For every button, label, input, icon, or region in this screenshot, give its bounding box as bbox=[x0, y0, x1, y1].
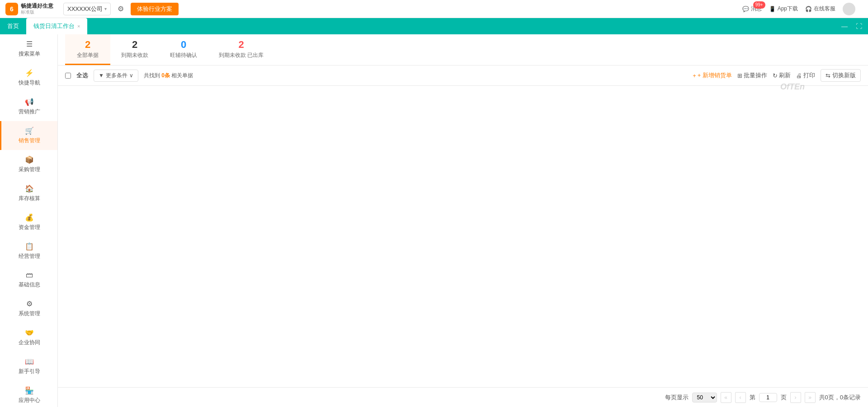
sidebar-item-system[interactable]: ⚙ 系统管理 bbox=[0, 294, 57, 323]
sidebar-finance-label: 资金管理 bbox=[19, 224, 40, 231]
refresh-icon: ↻ bbox=[773, 72, 778, 79]
company-selector[interactable]: XXXXXX公司 ▾ bbox=[63, 3, 111, 15]
stat-label-all: 全部单据 bbox=[77, 51, 99, 59]
print-button[interactable]: 🖨 打印 bbox=[796, 71, 815, 80]
filter-chevron: ∨ bbox=[129, 72, 133, 79]
stat-tab-pending[interactable]: 0 旺辅待确认 bbox=[159, 34, 208, 65]
message-badge: 99+ bbox=[753, 1, 765, 9]
print-icon: 🖨 bbox=[796, 72, 802, 79]
online-service-btn[interactable]: 🎧 在线客服 bbox=[805, 5, 835, 13]
sidebar-sales-label: 销售管理 bbox=[19, 137, 40, 145]
toolbar: 全选 ▼ 更多条件 ∨ 共找到 0条 相关单据 + + 新增销货单 ⊞ 批量操作 bbox=[58, 65, 868, 86]
sidebar-basicinfo-label: 基础信息 bbox=[19, 281, 40, 289]
header-center: XXXXXX公司 ▾ ⚙ 体验行业方案 bbox=[63, 3, 742, 15]
stat-label-pending: 旺辅待确认 bbox=[170, 51, 197, 59]
company-name: XXXXXX公司 bbox=[67, 5, 103, 13]
tab-active[interactable]: 钱货日清工作台 × bbox=[26, 18, 87, 34]
found-text: 共找到 0条 相关单据 bbox=[144, 72, 193, 80]
switch-icon: ⇆ bbox=[826, 72, 830, 79]
sidebar-item-finance[interactable]: 💰 资金管理 bbox=[0, 208, 57, 237]
sidebar-item-basic-info[interactable]: 🗃 基础信息 bbox=[0, 266, 57, 294]
sidebar-item-enterprise[interactable]: 🤝 企业协同 bbox=[0, 323, 57, 352]
add-sale-order-button[interactable]: + + 新增销货单 bbox=[693, 71, 732, 80]
filter-button[interactable]: ▼ 更多条件 ∨ bbox=[94, 70, 138, 82]
page-number-input[interactable] bbox=[759, 393, 777, 402]
tab-close-icon[interactable]: × bbox=[77, 23, 80, 29]
sidebar-apps-label: 应用中心 bbox=[19, 397, 40, 404]
window-maximize-icon[interactable]: ⛶ bbox=[854, 21, 864, 32]
sidebar-item-guide[interactable]: 📖 新手引导 bbox=[0, 352, 57, 381]
settings-icon-btn[interactable]: ⚙ bbox=[114, 3, 127, 15]
sidebar: ☰ 搜索菜单 ⚡ 快捷导航 📢 营销推广 🛒 销售管理 📦 采购管理 🏠 库存核… bbox=[0, 34, 58, 407]
batch-operation-button[interactable]: ⊞ 批量操作 bbox=[737, 71, 767, 80]
toolbar-right: + + 新增销货单 ⊞ 批量操作 ↻ 刷新 🖨 打印 ⇆ 切换新版 bbox=[693, 69, 861, 82]
online-service-label: 在线客服 bbox=[814, 5, 835, 13]
stat-tab-all[interactable]: 2 全部单据 bbox=[65, 34, 110, 65]
finance-icon: 💰 bbox=[25, 213, 34, 222]
message-icon: 💬 bbox=[742, 6, 749, 12]
logo-icon: 6 bbox=[5, 3, 18, 15]
download-icon: 📱 bbox=[769, 6, 776, 12]
switch-version-button[interactable]: ⇆ 切换新版 bbox=[821, 69, 861, 82]
first-page-btn[interactable]: « bbox=[721, 392, 731, 403]
stat-count-all: 2 bbox=[85, 39, 90, 51]
tab-bar: 首页 钱货日清工作台 × — ⛶ bbox=[0, 18, 868, 34]
app-subtitle: 标准版 bbox=[21, 9, 53, 15]
sidebar-item-apps[interactable]: 🏪 应用中心 bbox=[0, 381, 57, 407]
tab-bar-actions: — ⛶ bbox=[839, 21, 868, 32]
enterprise-icon: 🤝 bbox=[25, 328, 34, 337]
sidebar-item-inventory[interactable]: 🏠 库存核算 bbox=[0, 179, 57, 208]
sidebar-item-search[interactable]: ☰ 搜索菜单 bbox=[0, 34, 57, 63]
app-title: 畅捷通好生意 bbox=[21, 3, 53, 9]
prev-page-btn[interactable]: ‹ bbox=[735, 392, 746, 403]
apps-icon: 🏪 bbox=[25, 386, 34, 395]
search-menu-icon: ☰ bbox=[26, 40, 33, 48]
sidebar-operations-label: 经营管理 bbox=[19, 253, 40, 260]
avatar[interactable] bbox=[843, 3, 855, 15]
stats-tabs: 2 全部单据 2 到期未收款 0 旺辅待确认 2 到期未收款 已出库 bbox=[58, 34, 868, 65]
sidebar-system-label: 系统管理 bbox=[19, 310, 40, 318]
sidebar-guide-label: 新手引导 bbox=[19, 368, 40, 375]
main-layout: ☰ 搜索菜单 ⚡ 快捷导航 📢 营销推广 🛒 销售管理 📦 采购管理 🏠 库存核… bbox=[0, 34, 868, 407]
stat-label-overdue-shipped: 到期未收款 已出库 bbox=[219, 51, 264, 59]
select-all-checkbox[interactable] bbox=[65, 73, 71, 79]
page-size-select[interactable]: 50 100 200 bbox=[692, 393, 717, 402]
stat-count-overdue: 2 bbox=[132, 39, 137, 51]
sidebar-item-operations[interactable]: 📋 经营管理 bbox=[0, 237, 57, 266]
purchase-icon: 📦 bbox=[25, 155, 34, 164]
sidebar-item-sales[interactable]: 🛒 销售管理 bbox=[0, 121, 57, 150]
system-icon: ⚙ bbox=[26, 299, 33, 308]
basic-info-icon: 🗃 bbox=[26, 271, 33, 279]
sales-icon: 🛒 bbox=[25, 126, 34, 135]
operations-icon: 📋 bbox=[25, 242, 34, 251]
guide-icon: 📖 bbox=[25, 357, 34, 366]
stat-tab-overdue-shipped[interactable]: 2 到期未收款 已出库 bbox=[208, 34, 274, 65]
page-prefix: 第 bbox=[750, 393, 755, 402]
select-all-label: 全选 bbox=[76, 71, 88, 80]
page-size-label: 每页显示 bbox=[665, 393, 689, 402]
sidebar-inventory-label: 库存核算 bbox=[19, 195, 40, 202]
headset-icon: 🎧 bbox=[805, 6, 812, 12]
gear-icon: ⚙ bbox=[118, 5, 124, 13]
window-minimize-icon[interactable]: — bbox=[839, 21, 850, 32]
sidebar-item-quicknav[interactable]: ⚡ 快捷导航 bbox=[0, 63, 57, 92]
logo-area: 6 畅捷通好生意 标准版 bbox=[5, 3, 63, 15]
tab-home[interactable]: 首页 bbox=[0, 18, 26, 34]
message-btn[interactable]: 💬 消息 99+ bbox=[742, 5, 762, 13]
refresh-button[interactable]: ↻ 刷新 bbox=[773, 71, 791, 80]
inventory-icon: 🏠 bbox=[25, 184, 34, 193]
app-download-btn[interactable]: 📱 App下载 bbox=[769, 5, 798, 13]
trial-button[interactable]: 体验行业方案 bbox=[131, 3, 179, 15]
sidebar-item-marketing[interactable]: 📢 营销推广 bbox=[0, 92, 57, 121]
table-area bbox=[58, 86, 868, 387]
next-page-btn[interactable]: › bbox=[790, 392, 801, 403]
stat-label-overdue: 到期未收款 bbox=[121, 51, 148, 59]
sidebar-item-purchase[interactable]: 📦 采购管理 bbox=[0, 150, 57, 179]
plus-icon: + bbox=[693, 72, 696, 79]
quick-nav-icon: ⚡ bbox=[25, 69, 34, 77]
stat-count-overdue-shipped: 2 bbox=[239, 39, 244, 51]
stat-count-pending: 0 bbox=[181, 39, 186, 51]
last-page-btn[interactable]: » bbox=[805, 392, 816, 403]
total-records: 共0页，0条记录 bbox=[819, 393, 861, 402]
stat-tab-overdue[interactable]: 2 到期未收款 bbox=[110, 34, 159, 65]
